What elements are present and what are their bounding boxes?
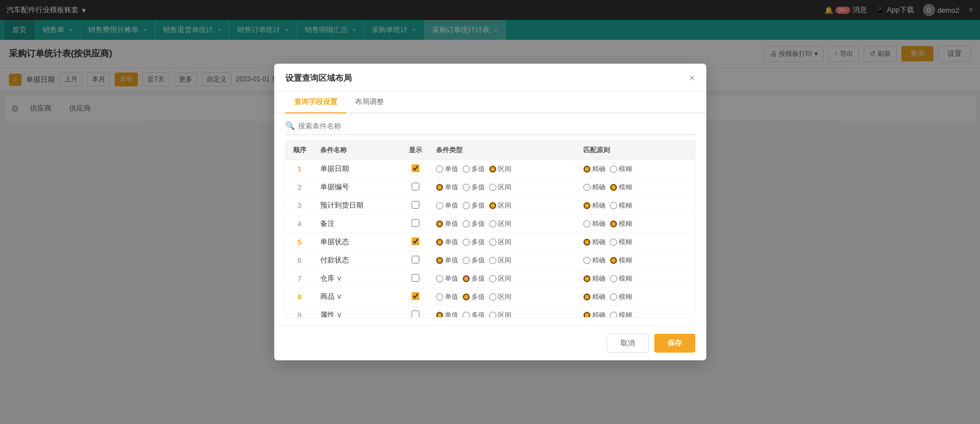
display-checkbox[interactable]: [412, 201, 419, 209]
match-rule-option[interactable]: 模糊: [610, 201, 632, 210]
condition-type-option[interactable]: 多值: [463, 183, 485, 192]
condition-type-option[interactable]: 区间: [489, 164, 511, 174]
modal-table: 顺序 条件名称 显示 条件类型 匹配原则 1单据日期单值多值区间精确模糊2单据编…: [286, 141, 695, 318]
match-rule-option[interactable]: 模糊: [610, 311, 632, 318]
display-checkbox[interactable]: [412, 237, 419, 245]
display-checkbox[interactable]: [412, 219, 419, 227]
condition-type-option[interactable]: 区间: [489, 201, 511, 210]
modal-overlay[interactable]: 设置查询区域布局 × 查询字段设置 布局调整 🔍: [0, 0, 980, 424]
th-name: 条件名称: [314, 141, 402, 160]
match-rule-option[interactable]: 模糊: [610, 256, 632, 265]
row-display[interactable]: [402, 270, 429, 288]
display-checkbox[interactable]: [412, 311, 419, 318]
match-rule-option[interactable]: 模糊: [610, 274, 632, 283]
display-checkbox[interactable]: [412, 274, 419, 282]
match-rule-option[interactable]: 模糊: [610, 164, 632, 174]
condition-type-option[interactable]: 多值: [463, 274, 485, 283]
row-condition-type: 单值多值区间: [429, 288, 577, 306]
modal-close-btn[interactable]: ×: [689, 73, 695, 91]
display-checkbox[interactable]: [412, 292, 419, 300]
row-condition-type: 单值多值区间: [429, 197, 577, 215]
row-condition-type: 单值多值区间: [429, 215, 577, 233]
modal-table-wrap: 顺序 条件名称 显示 条件类型 匹配原则 1单据日期单值多值区间精确模糊2单据编…: [285, 141, 695, 318]
condition-type-option[interactable]: 单值: [436, 292, 458, 302]
condition-type-option[interactable]: 区间: [489, 219, 511, 229]
condition-type-option[interactable]: 单值: [436, 219, 458, 229]
condition-type-option[interactable]: 单值: [436, 274, 458, 283]
row-display[interactable]: [402, 178, 429, 197]
condition-type-option[interactable]: 区间: [489, 237, 511, 247]
row-name: 单据日期: [314, 160, 402, 178]
match-rule-option[interactable]: 精确: [583, 219, 606, 229]
condition-type-option[interactable]: 单值: [436, 311, 458, 318]
cancel-btn[interactable]: 取消: [607, 334, 649, 353]
row-display[interactable]: [402, 233, 429, 251]
match-rule-option[interactable]: 模糊: [610, 292, 632, 302]
condition-type-option[interactable]: 区间: [489, 274, 511, 283]
row-seq: 6: [286, 251, 314, 270]
match-rule-option[interactable]: 模糊: [610, 219, 632, 229]
table-header-row: 顺序 条件名称 显示 条件类型 匹配原则: [286, 141, 695, 160]
row-name: 预计到货日期: [314, 197, 402, 215]
th-display: 显示: [402, 141, 429, 160]
row-match-rule: 精确模糊: [577, 178, 695, 197]
match-rule-option[interactable]: 精确: [583, 164, 606, 174]
condition-type-option[interactable]: 多值: [463, 219, 485, 229]
th-match-rule: 匹配原则: [577, 141, 695, 160]
match-rule-option[interactable]: 精确: [583, 256, 606, 265]
row-match-rule: 精确模糊: [577, 160, 695, 178]
match-rule-option[interactable]: 精确: [583, 237, 606, 247]
match-rule-option[interactable]: 精确: [583, 311, 606, 318]
display-checkbox[interactable]: [412, 164, 419, 172]
display-checkbox[interactable]: [412, 256, 419, 263]
row-seq: 7: [286, 270, 314, 288]
table-row: 9属性 ∨单值多值区间精确模糊: [286, 306, 695, 318]
display-checkbox[interactable]: [412, 183, 419, 190]
condition-type-option[interactable]: 单值: [436, 201, 458, 210]
row-name: 单据状态: [314, 233, 402, 251]
condition-type-option[interactable]: 单值: [436, 164, 458, 174]
match-rule-option[interactable]: 模糊: [610, 237, 632, 247]
row-condition-type: 单值多值区间: [429, 160, 577, 178]
row-match-rule: 精确模糊: [577, 197, 695, 215]
table-row: 8商品 ∨单值多值区间精确模糊: [286, 288, 695, 306]
table-row: 5单据状态单值多值区间精确模糊: [286, 233, 695, 251]
tab-query-fields[interactable]: 查询字段设置: [285, 91, 346, 113]
modal-tabs: 查询字段设置 布局调整: [274, 91, 706, 113]
tab-layout-adjust[interactable]: 布局调整: [346, 91, 393, 113]
match-rule-option[interactable]: 精确: [583, 292, 606, 302]
condition-type-option[interactable]: 单值: [436, 256, 458, 265]
row-seq: 8: [286, 288, 314, 306]
condition-type-option[interactable]: 多值: [463, 201, 485, 210]
row-display[interactable]: [402, 215, 429, 233]
table-row: 4备注单值多值区间精确模糊: [286, 215, 695, 233]
row-display[interactable]: [402, 288, 429, 306]
row-display[interactable]: [402, 251, 429, 270]
search-icon: 🔍: [285, 121, 295, 130]
condition-type-option[interactable]: 单值: [436, 237, 458, 247]
condition-type-option[interactable]: 多值: [463, 237, 485, 247]
row-seq: 3: [286, 197, 314, 215]
row-seq: 2: [286, 178, 314, 197]
row-display[interactable]: [402, 306, 429, 318]
row-condition-type: 单值多值区间: [429, 306, 577, 318]
row-display[interactable]: [402, 160, 429, 178]
condition-type-option[interactable]: 区间: [489, 311, 511, 318]
match-rule-option[interactable]: 精确: [583, 201, 606, 210]
match-rule-option[interactable]: 精确: [583, 274, 606, 283]
condition-type-option[interactable]: 区间: [489, 256, 511, 265]
condition-type-option[interactable]: 区间: [489, 183, 511, 192]
condition-type-option[interactable]: 多值: [463, 164, 485, 174]
save-btn[interactable]: 保存: [654, 334, 695, 353]
row-display[interactable]: [402, 197, 429, 215]
table-row: 2单据编号单值多值区间精确模糊: [286, 178, 695, 197]
match-rule-option[interactable]: 精确: [583, 183, 606, 192]
condition-type-option[interactable]: 多值: [463, 292, 485, 302]
row-name: 属性 ∨: [314, 306, 402, 318]
condition-type-option[interactable]: 区间: [489, 292, 511, 302]
match-rule-option[interactable]: 模糊: [610, 183, 632, 192]
condition-type-option[interactable]: 多值: [463, 311, 485, 318]
condition-type-option[interactable]: 单值: [436, 183, 458, 192]
search-input[interactable]: [298, 122, 695, 130]
condition-type-option[interactable]: 多值: [463, 256, 485, 265]
